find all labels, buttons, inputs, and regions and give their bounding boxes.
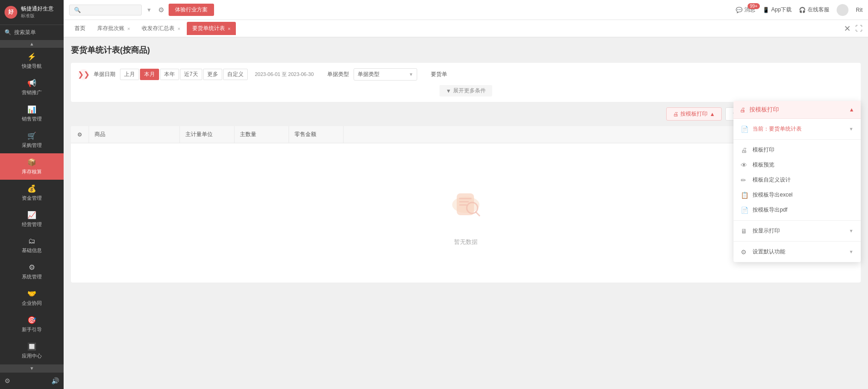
doc-type-select[interactable]: 单据类型 ▼ — [354, 68, 417, 81]
order-type-label: 要货单 — [431, 71, 447, 78]
display-print-label: 按显示打印 — [753, 227, 844, 235]
tab-close-btn[interactable]: ✕ — [844, 24, 851, 34]
sidebar-item-guide[interactable]: 🎯 新手引导 — [0, 311, 64, 338]
date-last-7[interactable]: 近7天 — [180, 69, 202, 80]
tab-batch-account[interactable]: 库存批次账 × — [92, 22, 135, 35]
set-default-item[interactable]: ⚙ 设置默认功能 ▼ — [733, 244, 861, 259]
display-print-item[interactable]: 🖥 按显示打印 ▼ — [733, 223, 861, 238]
tab-home[interactable]: 首页 — [69, 22, 91, 35]
main-area: 🔍 ▼ ⚙ 体验行业方案 💬 消息 99+ 📱 App下载 🎧 在线客服 Rit — [64, 0, 868, 389]
date-this-month[interactable]: 本月 — [140, 69, 159, 80]
tab-receive-summary[interactable]: 收发存汇总表 × — [136, 22, 185, 35]
topbar-app-download[interactable]: 📱 App下载 — [763, 6, 792, 14]
sidebar-item-marketing[interactable]: 📢 营销推广 — [0, 74, 64, 101]
topbar-search-input[interactable] — [84, 7, 138, 13]
print-icon: 🖨 — [673, 111, 678, 117]
guide-icon: 🎯 — [27, 316, 36, 324]
date-more[interactable]: 更多 — [203, 69, 222, 80]
tab-home-label: 首页 — [75, 25, 85, 32]
topbar-dropdown-arrow[interactable]: ▼ — [146, 7, 152, 13]
topbar-search-box[interactable]: 🔍 — [69, 5, 142, 15]
display-print-icon: 🖥 — [741, 227, 748, 235]
template-preview-item[interactable]: 👁 模板预览 — [733, 157, 861, 172]
doc-type-arrow-icon: ▼ — [409, 72, 413, 77]
tab-batch-account-close[interactable]: × — [127, 26, 130, 31]
doc-type-label: 单据类型 — [327, 71, 349, 78]
template-design-item[interactable]: ✏ 模板自定义设计 — [733, 172, 861, 187]
print-arrow-icon: ▲ — [709, 111, 715, 117]
sales-icon: 📊 — [27, 105, 36, 114]
tab-maximize-btn[interactable]: ⛶ — [855, 25, 863, 33]
page-title: 要货单统计表(按商品) — [71, 45, 861, 56]
sidebar-item-basic[interactable]: 🗂 基础信息 — [0, 232, 64, 258]
topbar-username[interactable]: Rit — [856, 7, 863, 13]
date-this-year[interactable]: 本年 — [160, 69, 179, 80]
print-btn[interactable]: 🖨 按模板打印 ▲ — [666, 107, 722, 121]
sidebar-item-label: 企业协同 — [22, 300, 42, 307]
set-default-arrow: ▼ — [849, 249, 853, 254]
print-dropdown-collapse-icon[interactable]: ▲ — [849, 106, 854, 113]
print-current-label: 当前：要货单统计表 — [753, 125, 844, 133]
sidebar-search[interactable]: 🔍 搜索菜单 — [0, 25, 64, 40]
date-btn-group: 上月 本月 本年 近7天 更多 自定义 — [120, 69, 248, 80]
template-export-excel-item[interactable]: 📋 按模板导出excel — [733, 187, 861, 202]
sidebar-item-label: 库存核算 — [22, 168, 42, 175]
collab-icon: 🤝 — [27, 289, 36, 298]
sidebar-item-operation[interactable]: 📈 经营管理 — [0, 206, 64, 232]
sidebar-item-collab[interactable]: 🤝 企业协同 — [0, 285, 64, 311]
tab-receive-summary-label: 收发存汇总表 — [142, 25, 175, 32]
tab-window-controls: ✕ ⛶ — [844, 24, 863, 34]
set-default-icon: ⚙ — [741, 248, 748, 256]
service-icon: 🎧 — [799, 7, 806, 13]
tab-batch-account-label: 库存批次账 — [97, 25, 125, 32]
th-settings[interactable]: ⚙ — [71, 126, 89, 143]
topbar-search-icon: 🔍 — [74, 7, 81, 13]
sidebar-nav: ⚡ 快捷导航 📢 营销推广 📊 销售管理 🛒 采购管理 📦 库存核算 💰 资金管… — [0, 48, 64, 364]
current-item-arrow: ▼ — [849, 126, 853, 131]
print-template-section: 🖨 模板打印 👁 模板预览 ✏ 模板自定义设计 📋 按模板导出excel 📄 — [733, 140, 861, 221]
expand-conditions-btn[interactable]: ▼ 展开更多条件 — [439, 85, 492, 96]
sidebar-scroll-up[interactable]: ▲ — [0, 40, 64, 48]
sidebar-item-purchase[interactable]: 🛒 采购管理 — [0, 127, 64, 153]
sidebar-scroll-down[interactable]: ▼ — [0, 364, 64, 372]
sidebar-item-quick-nav[interactable]: ⚡ 快捷导航 — [0, 48, 64, 74]
trial-btn[interactable]: 体验行业方案 — [169, 4, 214, 16]
topbar-msg[interactable]: 💬 消息 99+ — [736, 6, 755, 14]
tab-order-stats-close[interactable]: × — [228, 26, 230, 31]
sidebar-item-label: 系统管理 — [22, 273, 42, 280]
template-export-pdf-item[interactable]: 📄 按模板导出pdf — [733, 202, 861, 217]
settings-bottom-icon[interactable]: ⚙ — [5, 377, 10, 384]
operation-icon: 📈 — [27, 211, 36, 219]
svg-rect-4 — [459, 204, 467, 206]
search-icon: 🔍 — [5, 29, 11, 35]
print-dropdown-header[interactable]: 🖨 按模板打印 ▲ — [733, 101, 861, 119]
print-dropdown-menu: 🖨 按模板打印 ▲ 📄 当前：要货单统计表 ▼ 🖨 模板打印 — [733, 101, 861, 262]
template-export-excel-icon: 📋 — [741, 192, 748, 199]
date-custom[interactable]: 自定义 — [223, 69, 248, 80]
topbar-gear-icon[interactable]: ⚙ — [158, 6, 164, 14]
sidebar-item-finance[interactable]: 💰 资金管理 — [0, 180, 64, 206]
template-export-excel-label: 按模板导出excel — [753, 191, 853, 199]
sidebar-item-apps[interactable]: 🔲 应用中心 — [0, 338, 64, 364]
sidebar-item-label: 新手引导 — [22, 326, 42, 333]
tab-order-stats-label: 要货单统计表 — [192, 25, 225, 32]
template-export-pdf-label: 按模板导出pdf — [753, 206, 853, 214]
audio-icon[interactable]: 🔊 — [51, 377, 59, 384]
sidebar-item-system[interactable]: ⚙ 系统管理 — [0, 258, 64, 285]
tab-order-stats[interactable]: 要货单统计表 × — [187, 22, 236, 35]
template-print-item[interactable]: 🖨 模板打印 — [733, 142, 861, 157]
print-btn-label: 按模板打印 — [680, 110, 708, 118]
template-export-pdf-icon: 📄 — [741, 207, 748, 214]
display-print-arrow: ▼ — [849, 228, 853, 233]
sidebar-item-sales[interactable]: 📊 销售管理 — [0, 101, 64, 127]
tab-receive-summary-close[interactable]: × — [177, 26, 180, 31]
print-current-item[interactable]: 📄 当前：要货单统计表 ▼ — [733, 121, 861, 136]
topbar-online-service[interactable]: 🎧 在线客服 — [799, 6, 829, 14]
date-last-month[interactable]: 上月 — [120, 69, 139, 80]
print-dropdown-header-left: 🖨 按模板打印 — [740, 106, 779, 114]
app-name: 畅捷通好生意 — [21, 5, 54, 13]
filter-expand-toggle[interactable]: ❯❯ — [78, 69, 89, 80]
sidebar-item-label: 基础信息 — [22, 247, 42, 254]
sidebar-item-inventory[interactable]: 📦 库存核算 — [0, 153, 64, 180]
print-current-section: 📄 当前：要货单统计表 ▼ — [733, 119, 861, 140]
